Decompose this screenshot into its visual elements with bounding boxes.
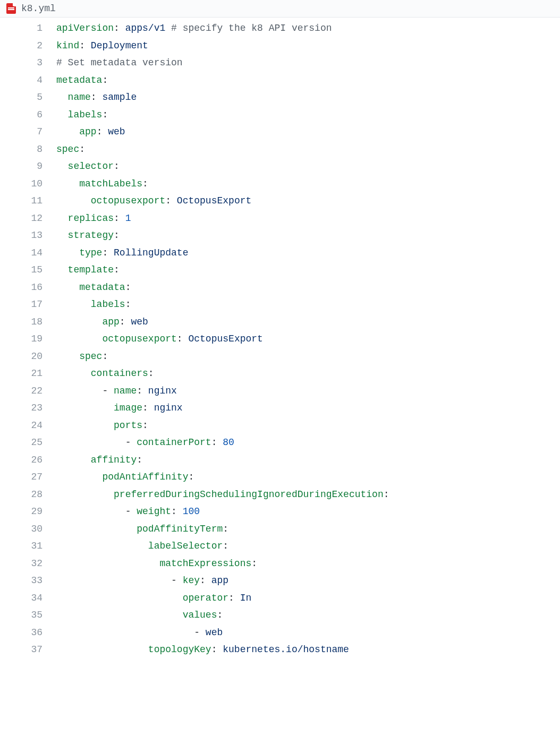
- code-line[interactable]: name: sample: [56, 89, 389, 106]
- token-val-str: Deployment: [91, 40, 148, 51]
- code-line[interactable]: image: nginx: [56, 399, 389, 417]
- code-line[interactable]: kind: Deployment: [56, 37, 389, 55]
- token-key: labelSelector: [148, 541, 223, 551]
- line-number[interactable]: 5: [13, 89, 43, 106]
- line-number[interactable]: 11: [13, 192, 43, 210]
- token-key: matchLabels: [79, 178, 142, 189]
- token-colon: :: [114, 23, 125, 33]
- code-line[interactable]: metadata:: [56, 279, 389, 296]
- code-line[interactable]: matchLabels:: [56, 175, 389, 193]
- code-line[interactable]: affinity:: [56, 451, 389, 469]
- code-line[interactable]: app: web: [56, 313, 389, 331]
- token-key: apiVersion: [56, 23, 114, 33]
- code-line[interactable]: replicas: 1: [56, 210, 389, 227]
- line-number[interactable]: 30: [13, 520, 43, 538]
- line-number[interactable]: 12: [13, 210, 43, 227]
- line-number[interactable]: 31: [13, 537, 43, 555]
- code-line[interactable]: template:: [56, 261, 389, 279]
- line-number[interactable]: 8: [13, 141, 43, 158]
- code-line[interactable]: ports:: [56, 417, 389, 434]
- line-number[interactable]: 23: [13, 399, 43, 417]
- token-colon: :: [148, 368, 154, 379]
- code-line[interactable]: preferredDuringSchedulingIgnoredDuringEx…: [56, 486, 389, 503]
- line-number[interactable]: 27: [13, 468, 43, 486]
- line-number[interactable]: 17: [13, 296, 43, 313]
- code-line[interactable]: labels:: [56, 106, 389, 124]
- code-line[interactable]: topologyKey: kubernetes.io/hostname: [56, 641, 389, 659]
- token-key: spec: [79, 351, 102, 362]
- line-number[interactable]: 28: [13, 486, 43, 503]
- code-line[interactable]: # Set metadata version: [56, 54, 389, 72]
- code-line[interactable]: spec:: [56, 348, 389, 365]
- code-line[interactable]: labelSelector:: [56, 537, 389, 555]
- token-colon: :: [142, 178, 148, 189]
- line-number[interactable]: 14: [13, 244, 43, 262]
- code-line[interactable]: labels:: [56, 296, 389, 313]
- line-number[interactable]: 19: [13, 330, 43, 348]
- token-val-str: RollingUpdate: [114, 247, 188, 258]
- token-colon: :: [120, 317, 131, 327]
- line-number[interactable]: 36: [13, 624, 43, 642]
- file-name[interactable]: k8.yml: [21, 3, 56, 14]
- token-colon: :: [137, 386, 148, 396]
- line-number[interactable]: 20: [13, 348, 43, 365]
- line-number[interactable]: 9: [13, 158, 43, 175]
- token-val-str: OctopusExport: [177, 195, 251, 206]
- code-line[interactable]: podAntiAffinity:: [56, 468, 389, 486]
- line-number[interactable]: 1: [13, 20, 43, 37]
- token-val-str: In: [240, 593, 252, 603]
- line-number[interactable]: 34: [13, 589, 43, 607]
- token-colon: :: [142, 403, 154, 413]
- code-content[interactable]: apiVersion: apps/v1 # specify the k8 API…: [48, 18, 389, 661]
- code-line[interactable]: containers:: [56, 365, 389, 382]
- code-line[interactable]: octopusexport: OctopusExport: [56, 330, 389, 348]
- code-line[interactable]: selector:: [56, 158, 389, 175]
- code-line[interactable]: type: RollingUpdate: [56, 244, 389, 262]
- line-number[interactable]: 22: [13, 382, 43, 400]
- line-number[interactable]: 4: [13, 72, 43, 89]
- code-line[interactable]: values:: [56, 606, 389, 624]
- code-line[interactable]: - key: app: [56, 572, 389, 589]
- code-line[interactable]: metadata:: [56, 72, 389, 89]
- line-number[interactable]: 18: [13, 313, 43, 331]
- line-number[interactable]: 3: [13, 54, 43, 72]
- line-number[interactable]: 32: [13, 555, 43, 572]
- code-line[interactable]: spec:: [56, 141, 389, 158]
- line-number[interactable]: 2: [13, 37, 43, 55]
- line-number[interactable]: 25: [13, 434, 43, 451]
- line-number[interactable]: 13: [13, 227, 43, 244]
- token-colon: :: [125, 299, 131, 310]
- code-line[interactable]: strategy:: [56, 227, 389, 244]
- code-line[interactable]: - weight: 100: [56, 503, 389, 520]
- code-line[interactable]: apiVersion: apps/v1 # specify the k8 API…: [56, 20, 389, 37]
- code-line[interactable]: octopusexport: OctopusExport: [56, 192, 389, 210]
- line-number[interactable]: 26: [13, 451, 43, 469]
- token-colon: :: [102, 351, 108, 362]
- line-number[interactable]: 16: [13, 279, 43, 296]
- line-number[interactable]: 29: [13, 503, 43, 520]
- line-number[interactable]: 6: [13, 106, 43, 124]
- line-number[interactable]: 35: [13, 606, 43, 624]
- code-line[interactable]: app: web: [56, 123, 389, 141]
- code-line[interactable]: - name: nginx: [56, 382, 389, 400]
- line-number[interactable]: 37: [13, 641, 43, 659]
- token-val-str: kubernetes.io/hostname: [223, 644, 349, 655]
- token-key: strategy: [68, 230, 114, 241]
- code-line[interactable]: - web: [56, 624, 389, 642]
- code-line[interactable]: podAffinityTerm:: [56, 520, 389, 538]
- token-key: ports: [114, 420, 142, 431]
- token-val-num: 1: [125, 213, 131, 224]
- file-icon: [6, 3, 16, 14]
- line-number[interactable]: 15: [13, 261, 43, 279]
- code-line[interactable]: matchExpressions:: [56, 555, 389, 572]
- line-number[interactable]: 10: [13, 175, 43, 193]
- token-key: labels: [91, 299, 125, 310]
- code-line[interactable]: - containerPort: 80: [56, 434, 389, 451]
- token-colon: :: [384, 489, 389, 500]
- code-line[interactable]: operator: In: [56, 589, 389, 607]
- line-number[interactable]: 21: [13, 365, 43, 382]
- line-number[interactable]: 7: [13, 123, 43, 141]
- token-colon: :: [200, 575, 211, 586]
- line-number[interactable]: 24: [13, 417, 43, 434]
- line-number[interactable]: 33: [13, 572, 43, 589]
